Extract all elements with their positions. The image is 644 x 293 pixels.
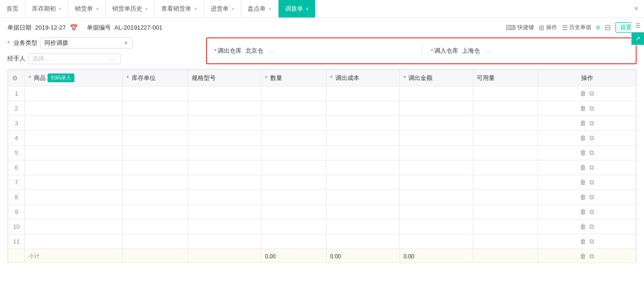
delete-icon-6[interactable]: 🗑 [580,164,586,171]
tab-bar-close-button[interactable]: × [634,5,644,13]
row-available-4[interactable] [473,131,538,146]
copy-icon-9[interactable]: ⧉ [589,208,594,215]
delete-icon-7[interactable]: 🗑 [580,178,586,186]
row-available-6[interactable] [473,160,538,175]
row-spec-6[interactable] [188,160,261,175]
row-unit-6[interactable] [122,160,188,175]
copy-icon-2[interactable]: ⧉ [589,104,594,112]
row-amount-7[interactable] [400,175,473,190]
row-amount-11[interactable] [400,234,473,249]
delete-icon-8[interactable]: 🗑 [580,193,586,201]
row-unit-1[interactable] [122,86,188,101]
delete-icon-10[interactable]: 🗑 [580,223,586,230]
delete-icon-1[interactable]: 🗑 [580,90,586,97]
row-amount-1[interactable] [400,86,473,101]
row-cost-6[interactable] [326,160,400,175]
shortcuts-btn[interactable]: ⌨ 快捷键 [506,24,534,32]
row-available-10[interactable] [473,220,538,234]
row-available-1[interactable] [473,86,538,101]
row-available-7[interactable] [473,175,538,190]
handler-more[interactable]: ··· [110,55,116,62]
tab-purchase-close[interactable]: × [231,6,234,12]
row-unit-11[interactable] [122,234,188,249]
copy-icon-1[interactable]: ⧉ [589,90,594,97]
row-spec-3[interactable] [188,116,261,131]
row-qty-8[interactable] [261,190,326,205]
tab-purchase[interactable]: 进货单 × [204,0,241,18]
layout-icon-1[interactable]: ≡ [596,24,600,32]
row-available-5[interactable] [473,146,538,160]
tab-inventory-init[interactable]: 库存期初 × [25,0,68,18]
layout-icon-2[interactable]: ⊟ [605,23,611,32]
row-unit-7[interactable] [122,175,188,190]
row-amount-4[interactable] [400,131,473,146]
row-available-9[interactable] [473,205,538,220]
row-cost-4[interactable] [326,131,400,146]
tab-sales-order-close[interactable]: × [96,6,98,12]
row-goods-10[interactable] [25,220,123,234]
tab-sales-history-close[interactable]: × [145,6,148,12]
row-qty-7[interactable] [261,175,326,190]
row-qty-11[interactable] [261,234,326,249]
delete-icon-9[interactable]: 🗑 [580,208,586,215]
row-cost-7[interactable] [326,175,400,190]
row-cost-8[interactable] [326,190,400,205]
delete-icon-5[interactable]: 🗑 [580,149,586,156]
delete-icon-2[interactable]: 🗑 [580,104,586,112]
row-spec-8[interactable] [188,190,261,205]
tab-view-sales-close[interactable]: × [194,6,197,12]
row-goods-2[interactable] [25,101,123,116]
delete-icon-3[interactable]: 🗑 [580,119,586,127]
row-available-2[interactable] [473,101,538,116]
row-unit-10[interactable] [122,220,188,234]
copy-icon-7[interactable]: ⧉ [589,178,594,186]
copy-icon-11[interactable]: ⧉ [589,238,594,245]
row-amount-2[interactable] [400,101,473,116]
subtotal-delete-icon[interactable]: 🗑 [580,252,586,260]
copy-icon-5[interactable]: ⧉ [589,149,594,156]
row-spec-5[interactable] [188,146,261,160]
row-qty-1[interactable] [261,86,326,101]
row-cost-3[interactable] [326,116,400,131]
row-qty-9[interactable] [261,205,326,220]
copy-icon-6[interactable]: ⧉ [589,164,594,171]
side-notes-icon[interactable]: ☰ [632,19,644,32]
row-goods-9[interactable] [25,205,123,220]
row-amount-10[interactable] [400,220,473,234]
row-unit-2[interactable] [122,101,188,116]
tab-home[interactable]: 首页 [0,0,25,18]
row-spec-4[interactable] [188,131,261,146]
row-cost-5[interactable] [326,146,400,160]
row-goods-7[interactable] [25,175,123,190]
tab-stocktake[interactable]: 盘点单 × [241,0,278,18]
row-available-8[interactable] [473,190,538,205]
row-cost-2[interactable] [326,101,400,116]
row-cost-10[interactable] [326,220,400,234]
out-warehouse-more[interactable]: ··· [269,48,275,55]
row-amount-8[interactable] [400,190,473,205]
row-qty-2[interactable] [261,101,326,116]
tab-transfer-close[interactable]: × [306,6,309,12]
row-amount-6[interactable] [400,160,473,175]
row-spec-7[interactable] [188,175,261,190]
row-goods-1[interactable] [25,86,123,101]
row-cost-1[interactable] [326,86,400,101]
row-goods-6[interactable] [25,160,123,175]
gear-icon[interactable]: ⚙ [12,74,18,82]
row-unit-3[interactable] [122,116,188,131]
row-unit-9[interactable] [122,205,188,220]
side-export-icon[interactable]: ↗ [632,32,644,45]
tab-stocktake-close[interactable]: × [268,6,271,12]
calendar-icon[interactable]: 📅 [70,24,78,31]
row-spec-10[interactable] [188,220,261,234]
row-spec-2[interactable] [188,101,261,116]
handler-select[interactable]: 选择... ··· [28,53,121,64]
row-unit-8[interactable] [122,190,188,205]
subtotal-copy-icon[interactable]: ⧉ [589,252,594,260]
row-qty-5[interactable] [261,146,326,160]
row-spec-1[interactable] [188,86,261,101]
row-amount-9[interactable] [400,205,473,220]
row-spec-11[interactable] [188,234,261,249]
row-goods-8[interactable] [25,190,123,205]
row-qty-10[interactable] [261,220,326,234]
